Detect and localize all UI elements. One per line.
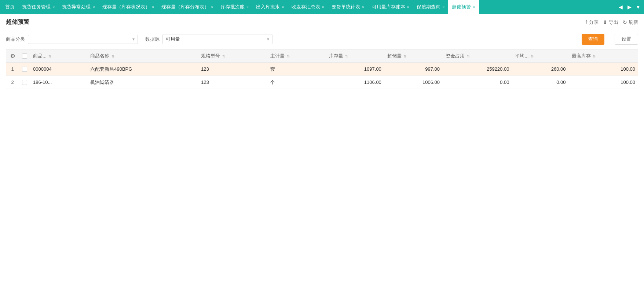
nav-item-label-8: 要货单统计表 (332, 4, 360, 10)
export-label: 导出 (609, 19, 618, 26)
nav-item-close-5[interactable]: × (246, 5, 249, 9)
table-header-row: ⚙ 商品... ⇅ 商品名称 ⇅ 规格型号 ⇅ 主计量 ⇅ 库存量 ⇅ 超储量 … (6, 49, 638, 63)
nav-item-label-0: 首页 (5, 4, 15, 10)
nav-item-3[interactable]: 现存量（库存状况表）× (99, 0, 158, 14)
table-row: 2186-10...机油滤清器123个1106.001006.000.000.0… (6, 76, 638, 89)
nav-item-label-4: 现存量（库存分布表） (161, 4, 209, 10)
th-avg[interactable]: 平均... ⇅ (512, 49, 568, 63)
nav-item-close-9[interactable]: × (407, 5, 409, 9)
nav-item-label-7: 收发存汇总表 (292, 4, 320, 10)
nav-item-9[interactable]: 可用量库存账本× (368, 0, 413, 14)
cell-1-col8: 0.00 (512, 76, 568, 89)
cell-0-col5: 1097.00 (326, 63, 384, 76)
nav-item-0[interactable]: 首页 (1, 0, 18, 14)
table-row: 10000004六配套新昌490BPG123套1097.00997.002592… (6, 63, 638, 76)
nav-item-6[interactable]: 出入库流水× (252, 0, 288, 14)
nav-item-label-3: 现存量（库存状况表） (102, 4, 150, 10)
th-gear[interactable]: ⚙ (6, 49, 19, 63)
cell-0-col3: 123 (198, 63, 267, 76)
th-capital[interactable]: 资金占用 ⇅ (443, 49, 512, 63)
cell-0-col9: 100.00 (569, 63, 638, 76)
row-num-1: 2 (6, 76, 19, 89)
nav-item-close-8[interactable]: × (362, 5, 364, 9)
nav-more-arrow[interactable]: ▼ (634, 0, 643, 14)
query-button[interactable]: 查询 (582, 34, 604, 45)
sort-icon-avg: ⇅ (531, 54, 534, 58)
nav-bar: 首页拣货任务管理×拣货异常处理×现存量（库存状况表）×现存量（库存分布表）×库存… (0, 0, 644, 14)
datasource-select[interactable]: 可用量 ▾ (162, 34, 272, 44)
nav-item-close-6[interactable]: × (282, 5, 284, 9)
nav-prev-arrow[interactable]: ◀ (616, 0, 625, 14)
nav-item-close-4[interactable]: × (211, 5, 213, 9)
table-container: ⚙ 商品... ⇅ 商品名称 ⇅ 规格型号 ⇅ 主计量 ⇅ 库存量 ⇅ 超储量 … (0, 49, 644, 89)
cell-1-col6: 1006.00 (384, 76, 443, 89)
nav-item-close-3[interactable]: × (152, 5, 154, 9)
export-button[interactable]: ⬇ 导出 (603, 19, 618, 26)
share-icon: ⤴ (585, 19, 588, 25)
cell-0-col6: 997.00 (384, 63, 443, 76)
sort-icon-maxstock: ⇅ (593, 54, 596, 58)
nav-item-label-9: 可用量库存账本 (372, 4, 405, 10)
nav-item-close-10[interactable]: × (442, 5, 444, 9)
nav-item-7[interactable]: 收发存汇总表× (288, 0, 328, 14)
sort-icon-code: ⇅ (48, 54, 51, 58)
filter-item-category: 商品分类 ▾ (6, 35, 138, 44)
sort-icon-overstock: ⇅ (403, 54, 406, 58)
row-checkbox-1[interactable] (22, 80, 27, 85)
refresh-label: 刷新 (629, 19, 638, 26)
nav-next-arrow[interactable]: ▶ (625, 0, 634, 14)
header-actions: ⤴ 分享 ⬇ 导出 ↻ 刷新 (585, 19, 638, 26)
sort-icon-unit: ⇅ (287, 54, 290, 58)
cell-1-col4: 个 (267, 76, 326, 89)
share-label: 分享 (589, 19, 599, 26)
datasource-dropdown-icon: ▾ (267, 37, 269, 42)
cell-0-col1: 0000004 (30, 63, 87, 76)
nav-item-label-5: 库存批次账 (221, 4, 245, 10)
nav-item-4[interactable]: 现存量（库存分布表）× (158, 0, 217, 14)
row-checkbox-0[interactable] (22, 67, 27, 72)
cell-0-col8: 260.00 (512, 63, 568, 76)
nav-item-8[interactable]: 要货单统计表× (328, 0, 368, 14)
datasource-select-text: 可用量 (166, 36, 180, 42)
nav-item-10[interactable]: 保质期查询× (413, 0, 448, 14)
gear-icon[interactable]: ⚙ (10, 53, 15, 59)
nav-item-close-2[interactable]: × (92, 5, 95, 9)
page-title: 超储预警 (6, 18, 29, 26)
nav-item-close-1[interactable]: × (52, 5, 55, 9)
nav-item-5[interactable]: 库存批次账× (217, 0, 252, 14)
settings-button[interactable]: 设置 (615, 34, 638, 45)
nav-item-2[interactable]: 拣货异常处理× (58, 0, 98, 14)
th-product-code[interactable]: 商品... ⇅ (30, 49, 87, 63)
cell-0-col7: 259220.00 (443, 63, 512, 76)
cell-1-col1: 186-10... (30, 76, 87, 89)
th-overstock[interactable]: 超储量 ⇅ (384, 49, 443, 63)
refresh-button[interactable]: ↻ 刷新 (623, 19, 638, 26)
export-icon: ⬇ (603, 19, 607, 25)
row-num-0: 1 (6, 63, 19, 76)
page-header: 超储预警 ⤴ 分享 ⬇ 导出 ↻ 刷新 (0, 14, 644, 29)
nav-item-label-2: 拣货异常处理 (62, 4, 91, 10)
th-stock[interactable]: 库存量 ⇅ (326, 49, 384, 63)
sort-icon-name: ⇅ (111, 54, 114, 58)
cell-1-col7: 0.00 (443, 76, 512, 89)
th-checkbox[interactable] (19, 49, 30, 63)
nav-item-close-11[interactable]: × (473, 5, 475, 9)
select-all-checkbox[interactable] (22, 53, 27, 59)
nav-item-close-7[interactable]: × (322, 5, 324, 9)
nav-item-1[interactable]: 拣货任务管理× (18, 0, 58, 14)
row-checkbox-cell-0 (19, 63, 30, 76)
filter-label-datasource: 数据源 (145, 36, 160, 42)
sort-icon-spec: ⇅ (222, 54, 225, 58)
cell-1-col3: 123 (198, 76, 267, 89)
th-maxstock[interactable]: 最高库存 ⇅ (569, 49, 638, 63)
nav-item-11[interactable]: 超储预警× (448, 0, 479, 14)
category-dropdown-icon: ▾ (132, 37, 135, 42)
nav-item-label-11: 超储预警 (452, 4, 471, 10)
share-button[interactable]: ⤴ 分享 (585, 19, 599, 26)
th-product-name[interactable]: 商品名称 ⇅ (87, 49, 198, 63)
th-spec[interactable]: 规格型号 ⇅ (198, 49, 267, 63)
th-unit[interactable]: 主计量 ⇅ (267, 49, 326, 63)
category-select[interactable]: ▾ (28, 35, 138, 44)
sort-icon-capital: ⇅ (467, 54, 470, 58)
row-checkbox-cell-1 (19, 76, 30, 89)
